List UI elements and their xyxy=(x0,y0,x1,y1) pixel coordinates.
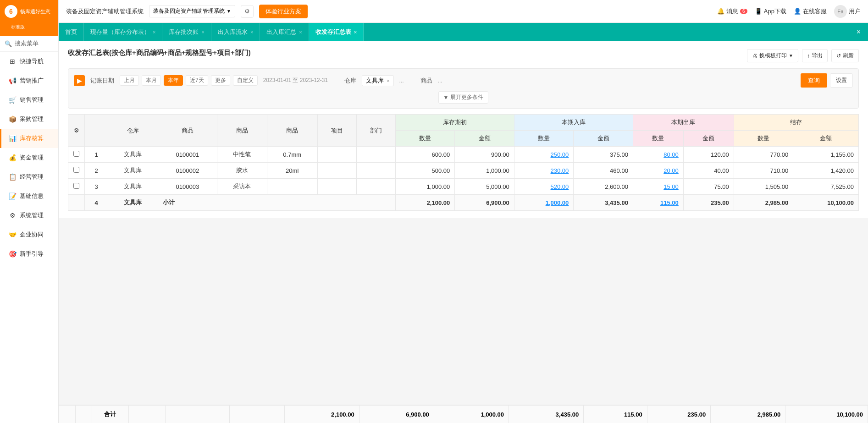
tab-inout-flow[interactable]: 出入库流水 × xyxy=(211,23,260,41)
th-out-amt: 金额 xyxy=(683,131,734,147)
tab-inout-flow-close[interactable]: × xyxy=(250,29,253,35)
cell-check[interactable] xyxy=(68,179,85,195)
goods-more[interactable]: ... xyxy=(438,77,442,84)
date-range: 2023-01-01 至 2023-12-31 xyxy=(263,77,328,84)
sidebar-item-system[interactable]: ⚙ 系统管理 xyxy=(0,206,58,225)
in-qty-link[interactable]: 230.00 xyxy=(551,167,569,174)
tab-receive-send[interactable]: 收发存汇总表 × xyxy=(309,23,364,41)
sidebar-item-cooperation[interactable]: 🤝 企业协同 xyxy=(0,225,58,244)
footer-label: 合计 xyxy=(92,406,128,423)
tab-inout-summary-close[interactable]: × xyxy=(299,29,302,35)
export-label: 导出 xyxy=(812,52,823,60)
query-button[interactable]: 查询 xyxy=(801,73,827,88)
quick-nav-icon: ⊞ xyxy=(9,58,16,65)
out-qty-link[interactable]: 20.00 xyxy=(663,167,679,174)
cell-opening-qty: 1,000.00 xyxy=(395,179,455,195)
tab-receive-send-label: 收发存汇总表 xyxy=(315,28,351,36)
out-qty-link[interactable]: 80.00 xyxy=(663,151,679,158)
app-download-btn[interactable]: 📱 App下载 xyxy=(755,7,786,16)
date-btn-more[interactable]: 更多 xyxy=(211,75,230,86)
sidebar-item-purchase[interactable]: 📦 采购管理 xyxy=(0,110,58,129)
in-qty-link[interactable]: 250.00 xyxy=(551,151,569,158)
cell-out-qty[interactable]: 20.00 xyxy=(633,163,683,179)
footer-empty-project xyxy=(229,406,257,423)
cooperation-icon: 🤝 xyxy=(9,231,16,238)
row-checkbox[interactable] xyxy=(73,183,79,189)
gear-button[interactable]: ⚙ xyxy=(241,5,254,18)
tab-receive-send-close[interactable]: × xyxy=(354,29,357,35)
cell-spec: 20ml xyxy=(267,163,317,179)
date-btn-prev-month[interactable]: 上月 xyxy=(120,75,139,86)
tab-home[interactable]: 首页 xyxy=(59,23,84,41)
refresh-button[interactable]: ↺ 刷新 xyxy=(831,49,859,62)
export-button[interactable]: ↑ 导出 xyxy=(802,49,828,62)
cell-out-qty[interactable]: 80.00 xyxy=(633,147,683,163)
cell-in-qty[interactable]: 520.00 xyxy=(514,179,574,195)
sidebar-item-inventory[interactable]: 📊 库存核算 xyxy=(0,129,58,148)
th-seq xyxy=(85,115,108,147)
notifications-btn[interactable]: 🔔 消息 6 xyxy=(717,7,747,16)
online-service-btn[interactable]: 👤 在线客服 xyxy=(794,7,827,16)
cell-sub-out-qty[interactable]: 115.00 xyxy=(633,195,683,211)
sidebar-item-finance[interactable]: 💰 资金管理 xyxy=(0,148,58,167)
row-checkbox[interactable] xyxy=(73,151,79,157)
date-btn-7days[interactable]: 近7天 xyxy=(186,75,208,86)
cell-seq: 2 xyxy=(85,163,108,179)
tab-inout-summary-label: 出入库汇总 xyxy=(266,28,296,36)
date-btn-current-year[interactable]: 本年 xyxy=(164,75,183,86)
tab-inout-summary[interactable]: 出入库汇总 × xyxy=(260,23,309,41)
tab-inventory-dist-close[interactable]: × xyxy=(153,29,155,35)
cell-out-qty[interactable]: 15.00 xyxy=(633,179,683,195)
phone-icon: 📱 xyxy=(755,8,762,15)
out-qty-link[interactable]: 15.00 xyxy=(663,183,679,190)
sidebar-item-marketing[interactable]: 📢 营销推广 xyxy=(0,71,58,90)
system-name: 装备及固定资产辅助管理系统 xyxy=(66,7,144,16)
print-button[interactable]: 🖨 换模板打印 ▼ xyxy=(747,49,798,62)
main-area: 装备及固定资产辅助管理系统 装备及固定资产辅助管理系统 ▼ ⚙ 体验行业方案 🔔… xyxy=(59,0,868,423)
system-select[interactable]: 装备及固定资产辅助管理系统 ▼ xyxy=(149,5,235,17)
cell-check[interactable] xyxy=(68,147,85,163)
sidebar-item-basic[interactable]: 📝 基础信息 xyxy=(0,187,58,206)
chevron-down-icon: ▼ xyxy=(227,9,231,14)
sidebar-item-quick-nav[interactable]: ⊞ 快捷导航 xyxy=(0,52,58,71)
in-qty-link[interactable]: 520.00 xyxy=(551,183,569,190)
cell-balance-qty: 770.00 xyxy=(734,147,793,163)
date-buttons: 上月 本月 本年 近7天 更多 自定义 xyxy=(120,75,258,86)
newguide-icon: 🎯 xyxy=(9,250,16,258)
cell-out-amt: 40.00 xyxy=(683,163,734,179)
settings-button[interactable]: 设置 xyxy=(830,73,853,88)
tab-batch-account[interactable]: 库存批次账 × xyxy=(162,23,211,41)
sidebar-item-sales[interactable]: 🛒 销售管理 xyxy=(0,90,58,110)
cell-warehouse-sub: 文具库 xyxy=(108,195,158,211)
sub-in-qty-link[interactable]: 1,000.00 xyxy=(546,199,569,206)
cell-sub-balance-qty: 2,985.00 xyxy=(734,195,793,211)
row-checkbox[interactable] xyxy=(73,167,79,173)
warehouse-tag[interactable]: 文具库 × xyxy=(362,75,393,86)
user-menu[interactable]: Ea 用户 xyxy=(834,5,861,18)
sidebar-item-operations[interactable]: 📋 经营管理 xyxy=(0,167,58,187)
tab-bar-close-btn[interactable]: × xyxy=(849,28,868,36)
sidebar-item-newguide[interactable]: 🎯 新手引导 xyxy=(0,244,58,264)
cell-check[interactable] xyxy=(68,163,85,179)
warehouse-more[interactable]: ... xyxy=(399,77,404,84)
cell-out-amt: 120.00 xyxy=(683,147,734,163)
tab-inventory-dist[interactable]: 现存量（库存分布表） × xyxy=(84,23,162,41)
sidebar-item-label: 经营管理 xyxy=(20,173,44,181)
cell-in-qty[interactable]: 250.00 xyxy=(514,147,574,163)
footer-bar: 合计 2,100.00 6,900.00 1,000.00 3,435.00 1… xyxy=(59,405,868,423)
filter-toggle-button[interactable]: ▶ xyxy=(74,75,85,86)
sub-out-qty-link[interactable]: 115.00 xyxy=(660,199,679,206)
cell-in-qty[interactable]: 230.00 xyxy=(514,163,574,179)
search-menu-btn[interactable]: 🔍 搜索菜单 xyxy=(5,39,54,48)
date-btn-custom[interactable]: 自定义 xyxy=(233,75,258,86)
logo-text: 畅库通好生意 xyxy=(20,8,50,15)
trial-button[interactable]: 体验行业方案 xyxy=(259,5,308,18)
cell-sub-opening-qty: 2,100.00 xyxy=(395,195,455,211)
search-area[interactable]: 🔍 搜索菜单 xyxy=(0,36,58,52)
th-dept: 部门 xyxy=(356,115,395,147)
expand-conditions-btn[interactable]: ▼ 展开更多条件 xyxy=(438,91,489,104)
tab-batch-account-close[interactable]: × xyxy=(201,29,204,35)
date-btn-current-month[interactable]: 本月 xyxy=(142,75,161,86)
warehouse-tag-close[interactable]: × xyxy=(387,78,389,83)
cell-sub-in-qty[interactable]: 1,000.00 xyxy=(514,195,574,211)
